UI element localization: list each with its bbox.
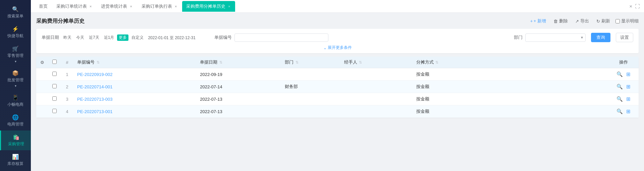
expand-row: ⌄ 展开更多条件 (42, 45, 633, 51)
sidebar-item-ecommerce[interactable]: 🌐 电商管理 (0, 111, 31, 131)
chevron-down-icon: ▾ (15, 60, 16, 63)
table-row: 3 PE-20220713-003 2022-07-13 按金额 🔍 ⊞ (36, 93, 639, 105)
view-icon[interactable]: 🔍 (616, 95, 624, 103)
tab-bar: 首页 采购订单统计表 × 进货单统计表 × 采购订单执行表 × 采购费用分摊单历… (31, 0, 644, 13)
search-button[interactable]: 查询 (591, 33, 610, 42)
sidebar-item-retail[interactable]: 🛒 零售管理 ▾ (0, 42, 31, 67)
row-checkbox[interactable] (52, 72, 57, 76)
doc-no-input[interactable] (234, 33, 328, 42)
expand-conditions-button[interactable]: ⌄ 展开更多条件 (323, 45, 352, 51)
date-btn-more[interactable]: 更多 (117, 34, 128, 41)
row-checkbox[interactable] (52, 84, 57, 88)
close-icon[interactable]: × (174, 4, 177, 9)
chevron-down-icon: ▾ (15, 84, 16, 88)
dept-column-header[interactable]: 部门 ⇅ (281, 57, 341, 68)
sidebar-item-wholesale[interactable]: 📦 批发管理 ▾ (0, 67, 31, 91)
date-shortcuts: 昨天 今天 近7天 近1月 更多 自定义 (62, 34, 145, 41)
export-button[interactable]: ↗ 导出 (573, 17, 591, 25)
row-dept-cell: 财务部 (281, 81, 341, 93)
row-num-cell: 4 (60, 105, 74, 118)
checkbox-column-header (48, 57, 60, 68)
row-checkbox[interactable] (52, 96, 57, 101)
toolbar: ＋ + 新增 🗑 删除 ↗ 导出 ↻ 刷新 显示明细 (527, 17, 639, 25)
tab-inbound-stat[interactable]: 进货单统计表 × (97, 1, 137, 12)
row-checkbox[interactable] (52, 109, 57, 113)
tab-purchase-order-exec[interactable]: 采购订单执行表 × (138, 1, 181, 12)
row-doc-date-cell: 2022-07-13 (197, 105, 281, 118)
close-window-icon[interactable]: × (629, 3, 632, 9)
sidebar-item-search[interactable]: 🔍 搜索菜单 (0, 3, 31, 22)
purchase-icon: 🛍️ (13, 134, 19, 140)
close-icon[interactable]: × (227, 4, 231, 9)
detail-icon[interactable]: ⊞ (626, 71, 631, 78)
doc-no-link[interactable]: PE-20220919-002 (77, 72, 113, 77)
setting-button[interactable]: 设置 (616, 33, 633, 42)
view-icon[interactable]: 🔍 (616, 83, 624, 90)
date-field: 单据日期 昨天 今天 近7天 近1月 更多 自定义 (42, 34, 145, 41)
wholesale-icon: 📦 (12, 70, 19, 76)
export-icon: ↗ (575, 19, 579, 24)
refresh-button[interactable]: ↻ 刷新 (594, 17, 612, 25)
row-checkbox-cell (48, 93, 60, 105)
row-num-cell: 2 (60, 81, 74, 93)
row-action-cell: 🔍 ⊞ (608, 68, 639, 81)
show-columns-checkbox[interactable] (615, 19, 620, 23)
date-btn-custom[interactable]: 自定义 (130, 34, 145, 41)
delete-button[interactable]: 🗑 删除 (551, 17, 570, 25)
doc-no-column-header[interactable]: 单据编号 ⇅ (74, 57, 197, 68)
view-icon[interactable]: 🔍 (616, 108, 624, 115)
table-row: 4 PE-20220713-001 2022-07-13 按金额 🔍 ⊞ (36, 105, 639, 118)
dept-wrapper: 财务部 ▾ (525, 33, 586, 42)
sidebar-item-mini[interactable]: 📱 小畅电商 (0, 91, 31, 111)
tab-home[interactable]: 首页 (35, 1, 52, 12)
row-handler-cell (341, 68, 413, 81)
add-icon: ＋ (529, 18, 534, 24)
doc-no-link[interactable]: PE-20220713-003 (77, 97, 113, 102)
table-header-row: ⚙ # 单据编号 ⇅ 单据日期 ⇅ (36, 57, 639, 68)
date-range-text: 2022-01-01 至 2022-12-31 (148, 35, 195, 41)
split-method-column-header[interactable]: 分摊方式 ⇅ (413, 57, 608, 68)
sidebar-item-inventory[interactable]: 📊 库存核算 (0, 150, 31, 170)
dept-select[interactable]: 财务部 (525, 33, 586, 42)
row-split-method-cell: 按金额 (413, 68, 608, 81)
ecommerce-icon: 🌐 (12, 114, 19, 120)
detail-icon[interactable]: ⊞ (626, 108, 631, 115)
view-icon[interactable]: 🔍 (616, 71, 624, 78)
tab-purchase-order-stat[interactable]: 采购订单统计表 × (52, 1, 96, 12)
close-icon[interactable]: × (129, 4, 132, 9)
row-doc-date-cell: 2022-09-19 (197, 68, 281, 81)
row-split-method-cell: 按金额 (413, 93, 608, 105)
add-button[interactable]: ＋ + 新增 (527, 17, 548, 25)
date-btn-7days[interactable]: 近7天 (87, 34, 101, 41)
close-icon[interactable]: × (89, 4, 92, 9)
row-doc-no-cell: PE-20220919-002 (74, 68, 197, 81)
sidebar-item-shortcut[interactable]: ⚡ 快捷导航 (0, 22, 31, 42)
handler-column-header[interactable]: 经手人 ⇅ (341, 57, 413, 68)
doc-no-link[interactable]: PE-20220714-001 (77, 84, 113, 89)
tab-purchase-cost-hist[interactable]: 采购费用分摊单历史 × (182, 1, 235, 12)
doc-no-link[interactable]: PE-20220713-001 (77, 109, 113, 114)
row-gear-cell (36, 81, 48, 93)
search-icon: 🔍 (12, 6, 19, 12)
date-btn-1month[interactable]: 近1月 (102, 34, 116, 41)
search-area: 单据日期 昨天 今天 近7天 近1月 更多 自定义 2022-01-01 至 2… (36, 29, 639, 53)
date-range-display: 2022-01-01 至 2022-12-31 (148, 34, 195, 41)
sort-icon: ⇅ (219, 60, 222, 64)
date-btn-yesterday[interactable]: 昨天 (62, 34, 73, 41)
select-all-checkbox[interactable] (52, 60, 57, 64)
sidebar-item-purchase[interactable]: 🛍️ 采购管理 (0, 131, 31, 150)
detail-icon[interactable]: ⊞ (626, 95, 631, 103)
tab-bar-actions: × ⛶ (629, 3, 640, 9)
fullscreen-icon[interactable]: ⛶ (635, 3, 640, 9)
row-action-cell: 🔍 ⊞ (608, 81, 639, 93)
doc-date-column-header[interactable]: 单据日期 ⇅ (197, 57, 281, 68)
row-doc-no-cell: PE-20220713-001 (74, 105, 197, 118)
action-column-header: 操作 (608, 57, 639, 68)
show-columns-checkbox-label[interactable]: 显示明细 (615, 18, 639, 24)
detail-icon[interactable]: ⊞ (626, 83, 631, 90)
gear-column-header[interactable]: ⚙ (36, 57, 48, 68)
num-column-header: # (60, 57, 74, 68)
table-row: 2 PE-20220714-001 2022-07-14 财务部 按金额 🔍 ⊞ (36, 81, 639, 93)
row-doc-date-cell: 2022-07-13 (197, 93, 281, 105)
date-btn-today[interactable]: 今天 (74, 34, 86, 41)
